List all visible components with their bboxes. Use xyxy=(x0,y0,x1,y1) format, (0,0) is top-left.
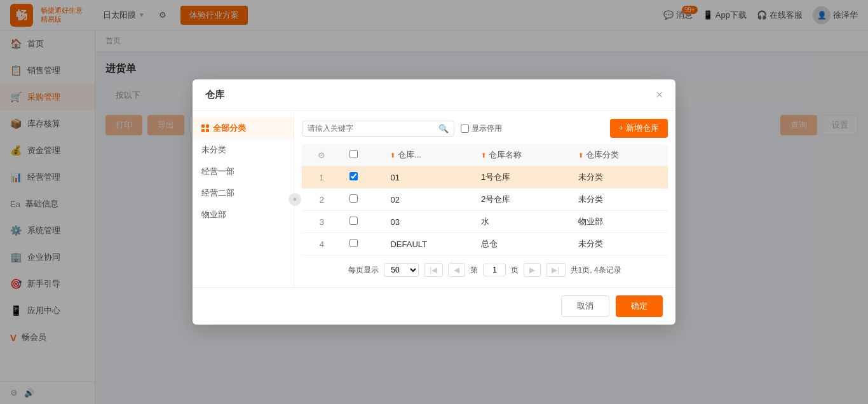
modal-body: 全部分类 未分类 经营一部 经营二部 物业部 « 🔍 xyxy=(193,111,675,287)
table-row[interactable]: 4 DEFAULT 总仓 未分类 xyxy=(302,233,668,255)
col-gear: ⚙ xyxy=(302,144,342,166)
total-label: 共1页, 4条记录 xyxy=(571,265,621,276)
table-row[interactable]: 1 01 1号仓库 未分类 xyxy=(302,166,668,189)
cancel-button[interactable]: 取消 xyxy=(561,295,609,317)
row-name: 1号仓库 xyxy=(473,166,571,189)
per-page-select[interactable]: 50 10 20 100 xyxy=(384,263,419,277)
add-warehouse-button[interactable]: + 新增仓库 xyxy=(610,119,668,138)
col-category[interactable]: ⬆ 仓库分类 xyxy=(571,144,668,166)
table-row[interactable]: 2 02 2号仓库 未分类 xyxy=(302,189,668,211)
confirm-button[interactable]: 确定 xyxy=(616,295,663,317)
modal-footer: 取消 确定 xyxy=(193,287,675,325)
row-category: 物业部 xyxy=(571,211,668,233)
modal-title: 仓库 xyxy=(205,89,224,101)
row-checkbox-cell xyxy=(342,189,383,211)
category-collapse-button[interactable]: « xyxy=(288,193,301,206)
category-panel: 全部分类 未分类 经营一部 经营二部 物业部 « xyxy=(193,111,294,287)
row-num: 4 xyxy=(302,233,342,255)
select-all-checkbox[interactable] xyxy=(349,150,358,158)
row-num: 2 xyxy=(302,189,342,211)
warehouse-modal: 仓库 × 全部分类 未分类 经营一部 经营二部 物业部 « xyxy=(193,79,675,325)
row-checkbox[interactable] xyxy=(349,194,358,203)
row-category: 未分类 xyxy=(571,233,668,255)
row-code: DEFAULT xyxy=(383,233,473,255)
row-num: 3 xyxy=(302,211,342,233)
row-name: 水 xyxy=(473,211,571,233)
page-label: 第 xyxy=(470,265,478,276)
category-all-label: 全部分类 xyxy=(213,123,246,134)
show-disabled-label: 显示停用 xyxy=(471,123,502,134)
category-all[interactable]: 全部分类 xyxy=(193,118,294,139)
row-checkbox-cell xyxy=(342,166,383,189)
table-container: ⚙ ⬆ 仓库... ⬆ 仓库名称 xyxy=(302,144,668,255)
table-row[interactable]: 3 03 水 物业部 xyxy=(302,211,668,233)
sort-icon-code: ⬆ xyxy=(390,152,395,159)
col-code[interactable]: ⬆ 仓库... xyxy=(383,144,473,166)
page-input[interactable] xyxy=(483,264,506,276)
per-page-label: 每页显示 xyxy=(348,265,379,276)
row-code: 01 xyxy=(383,166,473,189)
col-name[interactable]: ⬆ 仓库名称 xyxy=(473,144,571,166)
category-item-1[interactable]: 经营一部 xyxy=(193,161,294,182)
row-name: 总仓 xyxy=(473,233,571,255)
show-disabled-checkbox[interactable]: 显示停用 xyxy=(461,123,502,134)
search-input[interactable] xyxy=(308,124,435,133)
search-icon: 🔍 xyxy=(438,124,449,133)
category-item-0[interactable]: 未分类 xyxy=(193,139,294,161)
first-page-button[interactable]: |◀ xyxy=(424,263,443,277)
row-code: 02 xyxy=(383,189,473,211)
row-code: 03 xyxy=(383,211,473,233)
row-checkbox[interactable] xyxy=(349,239,358,247)
prev-page-button[interactable]: ◀ xyxy=(448,263,465,277)
row-checkbox-cell xyxy=(342,233,383,255)
row-num: 1 xyxy=(302,166,342,189)
last-page-button[interactable]: ▶| xyxy=(546,263,565,277)
page-end-label: 页 xyxy=(511,265,519,276)
next-page-button[interactable]: ▶ xyxy=(524,263,541,277)
col-checkbox xyxy=(342,144,383,166)
modal-close-button[interactable]: × xyxy=(656,88,663,102)
grid-icon xyxy=(201,125,209,132)
sort-icon-category: ⬆ xyxy=(578,152,583,159)
pagination: 每页显示 50 10 20 100 |◀ ◀ 第 页 ▶ ▶| 共1页, 4条记… xyxy=(302,255,668,279)
row-checkbox[interactable] xyxy=(349,217,358,225)
modal-overlay: 仓库 × 全部分类 未分类 经营一部 经营二部 物业部 « xyxy=(0,0,868,404)
table-toolbar: 🔍 显示停用 + 新增仓库 xyxy=(302,119,668,138)
search-box: 🔍 xyxy=(302,121,454,137)
sort-icon-name: ⬆ xyxy=(481,152,486,159)
show-disabled-input[interactable] xyxy=(461,125,469,133)
category-item-2[interactable]: 经营二部 xyxy=(193,182,294,204)
row-name: 2号仓库 xyxy=(473,189,571,211)
category-item-3[interactable]: 物业部 xyxy=(193,204,294,226)
row-checkbox-cell xyxy=(342,211,383,233)
table-body: 1 01 1号仓库 未分类 2 02 2号仓库 xyxy=(302,166,668,255)
table-header: ⚙ ⬆ 仓库... ⬆ 仓库名称 xyxy=(302,144,668,166)
row-category: 未分类 xyxy=(571,166,668,189)
table-panel: 🔍 显示停用 + 新增仓库 ⚙ xyxy=(294,111,675,287)
modal-header: 仓库 × xyxy=(193,79,675,111)
warehouse-table: ⚙ ⬆ 仓库... ⬆ 仓库名称 xyxy=(302,144,668,255)
row-category: 未分类 xyxy=(571,189,668,211)
row-checkbox[interactable] xyxy=(349,172,358,180)
